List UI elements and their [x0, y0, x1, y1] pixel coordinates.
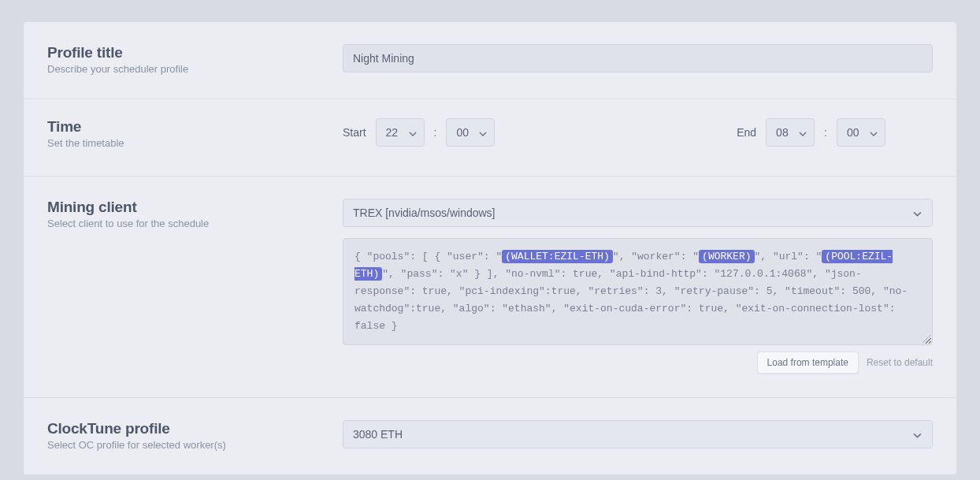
end-label: End	[737, 126, 756, 139]
mining-client-label: Mining client	[47, 199, 343, 216]
section-header: ClockTune profile Select OC profile for …	[47, 420, 343, 451]
scheduler-profile-panel: Profile title Describe your scheduler pr…	[24, 22, 956, 474]
mining-client-desc: Select client to use for the schedule	[47, 218, 343, 229]
section-header: Time Set the timetable	[47, 118, 343, 149]
time-label: Time	[47, 118, 343, 136]
worker-tag: (WORKER)	[699, 250, 754, 263]
clocktune-desc: Select OC profile for selected worker(s)	[47, 439, 343, 451]
wallet-tag: (WALLET:EZIL-ETH)	[502, 250, 613, 263]
section-mining-client: Mining client Select client to use for t…	[24, 177, 956, 398]
section-time: Time Set the timetable Start 22 : 0	[24, 99, 956, 177]
profile-title-label: Profile title	[47, 44, 343, 61]
time-end-group: End 08 : 00	[737, 118, 885, 147]
section-header: Mining client Select client to use for t…	[47, 199, 343, 374]
end-hour-select[interactable]: 08	[766, 118, 815, 147]
clocktune-label: ClockTune profile	[47, 420, 343, 437]
resize-grip-icon	[922, 335, 930, 343]
client-config-textarea[interactable]: { "pools": [ { "user": "(WALLET:EZIL-ETH…	[343, 238, 933, 345]
profile-title-input[interactable]	[343, 44, 933, 73]
end-minute-select[interactable]: 00	[837, 118, 885, 147]
section-header: Profile title Describe your scheduler pr…	[47, 44, 343, 75]
time-separator: :	[824, 126, 827, 139]
time-start-group: Start 22 : 00	[343, 118, 495, 147]
start-label: Start	[343, 126, 366, 139]
start-hour-select[interactable]: 22	[376, 118, 425, 147]
time-separator: :	[434, 126, 437, 139]
mining-client-select[interactable]: TREX [nvidia/msos/windows]	[343, 199, 933, 227]
profile-title-desc: Describe your scheduler profile	[47, 63, 343, 75]
reset-to-default-link[interactable]: Reset to default	[867, 357, 933, 368]
start-minute-select[interactable]: 00	[446, 118, 495, 147]
section-clocktune: ClockTune profile Select OC profile for …	[24, 398, 956, 474]
load-from-template-button[interactable]: Load from template	[757, 352, 859, 374]
clocktune-profile-select[interactable]: 3080 ETH	[343, 420, 933, 448]
time-desc: Set the timetable	[47, 137, 343, 149]
section-profile-title: Profile title Describe your scheduler pr…	[24, 22, 956, 99]
